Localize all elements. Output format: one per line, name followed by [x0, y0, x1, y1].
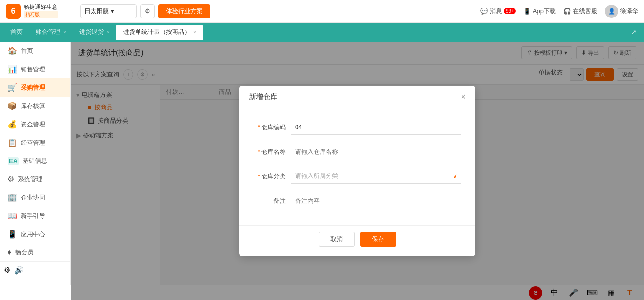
modal-body: *仓库编码 *仓库名称 *仓库分类 [239, 108, 475, 225]
content-area: 进货单统计(按商品) 🖨 按模板打印 ▾ ⬇ 导出 ↻ 刷新 按以下方案查询 [71, 42, 644, 300]
user-area[interactable]: 👤 徐泽华 [605, 5, 638, 18]
settings-bottom-icon[interactable]: ⚙ [4, 266, 10, 275]
speaker-icon[interactable]: 🔊 [14, 266, 24, 275]
sidebar-item-enterprise[interactable]: 🏢 企业协同 [0, 188, 70, 207]
tab-home[interactable]: 首页 [4, 25, 29, 40]
sidebar-item-basic-info[interactable]: EA 基础信息 [0, 152, 70, 170]
message-icon: 💬 [480, 8, 488, 15]
vip-icon: ♦ [8, 248, 11, 257]
warehouse-name-row: *仓库名称 [254, 144, 461, 159]
sidebar-item-guide-label: 新手引导 [21, 212, 45, 220]
header-right: 💬 消息 99+ 📱 App下载 🎧 在线客服 👤 徐泽华 [480, 5, 638, 18]
headset-icon: 🎧 [563, 8, 571, 15]
message-label: 消息 [490, 7, 502, 16]
modal-header: 新增仓库 × [239, 86, 475, 108]
search-select[interactable]: 日太阳膜 ▾ [80, 4, 137, 18]
tab-bar-controls: — ⤢ [612, 25, 640, 39]
chevron-down-icon: ▾ [111, 8, 114, 15]
system-icon: ⚙ [8, 175, 14, 183]
modal-close-button[interactable]: × [461, 92, 466, 101]
inventory-icon: 📦 [8, 101, 17, 110]
sales-icon: 📊 [8, 65, 17, 74]
top-header: 6 畅捷通好生意 精巧版 日太阳膜 ▾ ⚙ 体验行业方案 💬 消息 99+ 📱 … [0, 0, 644, 23]
warehouse-name-input[interactable] [291, 144, 461, 159]
enterprise-icon: 🏢 [8, 193, 17, 202]
gear-button[interactable]: ⚙ [140, 4, 155, 18]
basic-info-icon: EA [8, 157, 19, 165]
cancel-button[interactable]: 取消 [319, 232, 355, 247]
logo-text1: 畅捷通好生意 [24, 4, 58, 11]
remark-label: 备注 [254, 197, 291, 205]
sidebar: 🏠 首页 📊 销售管理 🛒 采购管理 📦 库存核算 💰 资金管理 📋 经营管理 … [0, 42, 71, 300]
sidebar-item-appstore-label: 应用中心 [21, 230, 45, 239]
warehouse-remark-row: 备注 [254, 193, 461, 208]
category-chevron-icon: ∨ [453, 172, 457, 180]
main-layout: 🏠 首页 📊 销售管理 🛒 采购管理 📦 库存核算 💰 资金管理 📋 经营管理 … [0, 42, 644, 300]
logo-badge: 精巧版 [24, 11, 58, 18]
tab-maximize-button[interactable]: ⤢ [627, 25, 640, 39]
logo-icon: 6 [6, 4, 21, 19]
sidebar-item-operations[interactable]: 📋 经营管理 [0, 133, 70, 152]
trial-button[interactable]: 体验行业方案 [158, 4, 210, 18]
tab-accounts[interactable]: 账套管理 × [29, 25, 73, 40]
tab-returns[interactable]: 进货退货 × [73, 25, 116, 40]
home-icon: 🏠 [8, 46, 17, 55]
app-download-button[interactable]: 📱 App下载 [523, 7, 556, 16]
tab-bar: 首页 账套管理 × 进货退货 × 进货单统计表（按商品） × — ⤢ [0, 23, 644, 42]
messages-button[interactable]: 💬 消息 99+ [480, 7, 516, 16]
user-name: 徐泽华 [620, 7, 638, 16]
sidebar-item-sales-label: 销售管理 [21, 65, 45, 74]
modal-footer: 取消 保存 [239, 225, 475, 256]
tab-purchase-stats-close[interactable]: × [193, 29, 196, 35]
category-label: *仓库分类 [254, 172, 291, 181]
sidebar-item-inventory[interactable]: 📦 库存核算 [0, 97, 70, 115]
sidebar-item-operations-label: 经营管理 [21, 139, 45, 147]
warehouse-category-row: *仓库分类 请输入所属分类 ∨ [254, 169, 461, 184]
sidebar-item-vip[interactable]: ♦ 畅会员 [0, 243, 70, 261]
sidebar-item-sales[interactable]: 📊 销售管理 [0, 60, 70, 78]
message-badge: 99+ [504, 8, 516, 14]
modal-title: 新增仓库 [249, 92, 277, 101]
purchase-icon: 🛒 [8, 83, 17, 92]
tab-purchase-stats[interactable]: 进货单统计表（按商品） × [116, 25, 203, 40]
code-label: *仓库编码 [254, 123, 291, 132]
new-warehouse-modal: 新增仓库 × *仓库编码 *仓库名称 [239, 86, 475, 256]
avatar: 👤 [605, 5, 618, 18]
tab-returns-close[interactable]: × [107, 29, 109, 35]
gear-icon: ⚙ [145, 8, 150, 15]
tab-home-label: 首页 [10, 28, 23, 36]
sidebar-item-purchase-label: 采购管理 [21, 83, 45, 92]
phone-icon: 📱 [523, 8, 531, 15]
category-placeholder: 请输入所属分类 [295, 172, 338, 180]
sidebar-item-guide[interactable]: 📖 新手引导 [0, 207, 70, 225]
tab-minimize-button[interactable]: — [612, 25, 625, 39]
sidebar-item-home-label: 首页 [21, 47, 33, 55]
save-button[interactable]: 保存 [360, 232, 396, 247]
sidebar-item-finance-label: 资金管理 [21, 120, 45, 129]
operations-icon: 📋 [8, 138, 17, 147]
sidebar-item-system[interactable]: ⚙ 系统管理 [0, 170, 70, 188]
name-label: *仓库名称 [254, 148, 291, 156]
appstore-icon: 📱 [8, 230, 17, 239]
modal-overlay[interactable]: 新增仓库 × *仓库编码 *仓库名称 [71, 42, 644, 300]
sidebar-item-appstore[interactable]: 📱 应用中心 [0, 225, 70, 243]
warehouse-category-select[interactable]: 请输入所属分类 ∨ [291, 169, 461, 184]
sidebar-item-inventory-label: 库存核算 [21, 102, 45, 110]
service-label: 在线客服 [573, 7, 597, 16]
guide-icon: 📖 [8, 211, 17, 220]
sidebar-item-finance[interactable]: 💰 资金管理 [0, 115, 70, 133]
sidebar-item-home[interactable]: 🏠 首页 [0, 42, 70, 60]
sidebar-item-system-label: 系统管理 [18, 175, 42, 183]
finance-icon: 💰 [8, 120, 17, 129]
tab-returns-label: 进货退货 [79, 28, 104, 36]
sidebar-item-purchase[interactable]: 🛒 采购管理 [0, 78, 70, 97]
sidebar-item-basic-info-label: 基础信息 [23, 157, 47, 165]
tab-accounts-close[interactable]: × [63, 29, 66, 35]
warehouse-code-input[interactable] [291, 120, 461, 135]
online-service-button[interactable]: 🎧 在线客服 [563, 7, 597, 16]
sidebar-item-enterprise-label: 企业协同 [21, 193, 45, 202]
warehouse-remark-input[interactable] [291, 193, 461, 208]
logo-area: 6 畅捷通好生意 精巧版 [6, 4, 76, 19]
app-label: App下载 [533, 7, 556, 16]
tab-accounts-label: 账套管理 [36, 28, 60, 36]
